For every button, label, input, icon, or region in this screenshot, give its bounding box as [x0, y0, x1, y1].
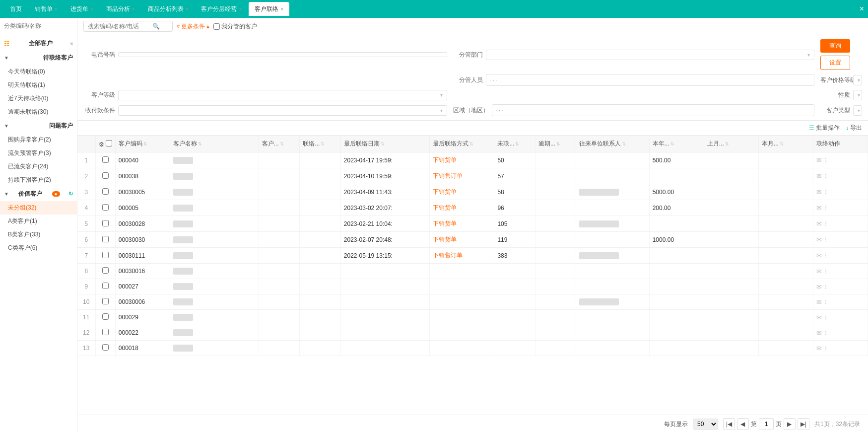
action-grid-icon-1[interactable]: ⁝: [825, 172, 827, 180]
sidebar-item-hoarding[interactable]: 囤购异常客户(2): [0, 133, 77, 146]
filter-region-input[interactable]: ···: [492, 104, 815, 116]
action-chat-icon-1[interactable]: ✉: [816, 172, 822, 180]
sidebar-search-input[interactable]: [4, 22, 77, 29]
tab-product-list-close[interactable]: ×: [186, 6, 189, 12]
th-lastmonth[interactable]: 上月... ⇅: [704, 136, 758, 152]
th-thismonth[interactable]: 本月... ⇅: [758, 136, 813, 152]
last-way-link-2[interactable]: 下销货单: [433, 188, 457, 195]
action-grid-icon-11[interactable]: ⁝: [825, 329, 827, 337]
select-all-checkbox[interactable]: [106, 140, 112, 146]
value-group-header[interactable]: ▼ 价值客户 ● ↻: [0, 187, 77, 201]
page-next-btn[interactable]: ▶: [784, 418, 796, 430]
action-chat-icon-7[interactable]: ✉: [816, 268, 822, 275]
action-grid-icon-0[interactable]: ⁝: [825, 156, 827, 164]
sidebar-item-churn-warning[interactable]: 流失预警客户(3): [0, 146, 77, 160]
sidebar-item-lost[interactable]: 已流失客户(24): [0, 160, 77, 173]
row-checkbox-1[interactable]: [102, 172, 109, 179]
settings-icon-th[interactable]: ⚙: [99, 141, 104, 148]
action-grid-icon-3[interactable]: ⁝: [825, 204, 827, 212]
filter-price-level-select[interactable]: ▾: [853, 75, 862, 85]
last-way-link-0[interactable]: 下销货单: [433, 156, 457, 163]
search-button[interactable]: 查询: [820, 39, 850, 53]
sidebar-item-overdue[interactable]: 逾期未联络(30): [0, 105, 77, 119]
tab-purchase[interactable]: 进货单 ×: [65, 2, 99, 16]
action-grid-icon-9[interactable]: ⁝: [825, 298, 827, 306]
sidebar-item-7days[interactable]: 近7天待联络(0): [0, 92, 77, 105]
tab-product-analysis-close[interactable]: ×: [132, 6, 135, 12]
action-chat-icon-0[interactable]: ✉: [816, 156, 822, 164]
page-prev-btn[interactable]: ◀: [737, 418, 749, 430]
filter-dept-select[interactable]: ▾: [486, 50, 815, 60]
pending-group-header[interactable]: ▼ 待联络客户: [0, 51, 77, 65]
action-chat-icon-4[interactable]: ✉: [816, 220, 822, 227]
last-way-link-4[interactable]: 下销货单: [433, 220, 457, 227]
tab-customer-segment-close[interactable]: ×: [239, 6, 242, 12]
row-checkbox-4[interactable]: [102, 220, 109, 226]
th-last-way[interactable]: 最后联络方式 ⇅: [429, 136, 494, 152]
th-code[interactable]: 客户编码 ⇅: [115, 136, 170, 152]
sidebar-item-tomorrow[interactable]: 明天待联络(1): [0, 78, 77, 92]
page-first-btn[interactable]: |◀: [723, 418, 735, 430]
action-grid-icon-2[interactable]: ⁝: [825, 188, 827, 196]
th-last-date[interactable]: 最后联络日期 ⇅: [340, 136, 429, 152]
th-name[interactable]: 客户名称 ⇅: [170, 136, 259, 152]
sidebar-item-ungroup[interactable]: 未分组(32): [0, 201, 77, 215]
row-checkbox-5[interactable]: [102, 236, 109, 242]
filter-person-input[interactable]: ···: [486, 74, 815, 86]
th-type[interactable]: 客户... ⇅: [259, 136, 300, 152]
sidebar-item-a-class[interactable]: A类客户(1): [0, 215, 77, 228]
window-close-button[interactable]: ×: [860, 4, 864, 13]
action-grid-icon-5[interactable]: ⁝: [825, 236, 827, 243]
last-way-link-5[interactable]: 下销货单: [433, 236, 457, 243]
tab-home[interactable]: 首页: [4, 2, 28, 16]
th-uncontact[interactable]: 未联... ⇅: [494, 136, 535, 152]
action-chat-icon-6[interactable]: ✉: [816, 252, 822, 259]
action-grid-icon-10[interactable]: ⁝: [825, 314, 827, 321]
row-checkbox-0[interactable]: [102, 156, 109, 163]
last-way-link-3[interactable]: 下销货单: [433, 204, 457, 211]
action-chat-icon-3[interactable]: ✉: [816, 204, 822, 212]
row-checkbox-7[interactable]: [102, 267, 109, 274]
action-chat-icon-8[interactable]: ✉: [816, 283, 822, 290]
row-checkbox-8[interactable]: [102, 283, 109, 289]
row-checkbox-12[interactable]: [102, 344, 109, 351]
row-checkbox-2[interactable]: [102, 188, 109, 195]
search-icon[interactable]: 🔍: [152, 23, 160, 30]
search-input[interactable]: [88, 23, 152, 30]
tab-customer-contact-close[interactable]: ×: [280, 6, 283, 12]
row-checkbox-10[interactable]: [102, 313, 109, 320]
export-btn[interactable]: ↓ 导出: [846, 124, 862, 132]
action-chat-icon-2[interactable]: ✉: [816, 188, 822, 196]
per-page-select[interactable]: 50 20 100: [693, 419, 718, 430]
tab-sales-close[interactable]: ×: [55, 6, 58, 12]
sidebar-all-customers[interactable]: ☷ 全部客户 «: [0, 36, 77, 51]
last-way-link-6[interactable]: 下销售订单: [433, 252, 463, 259]
action-grid-icon-4[interactable]: ⁝: [825, 220, 827, 227]
row-checkbox-3[interactable]: [102, 204, 109, 211]
refresh-icon[interactable]: ↻: [68, 191, 73, 197]
reset-button[interactable]: 设置: [820, 56, 850, 70]
action-chat-icon-5[interactable]: ✉: [816, 236, 822, 243]
page-last-btn[interactable]: ▶|: [798, 418, 809, 430]
action-chat-icon-9[interactable]: ✉: [816, 298, 822, 306]
row-checkbox-9[interactable]: [102, 298, 109, 304]
filter-customer-level-select[interactable]: ▾: [118, 90, 447, 100]
sidebar-item-declining[interactable]: 持续下滑客户(2): [0, 173, 77, 187]
filter-phone-input[interactable]: [118, 52, 447, 57]
sidebar-item-c-class[interactable]: C类客户(6): [0, 241, 77, 255]
action-grid-icon-12[interactable]: ⁝: [825, 345, 827, 352]
th-overdue[interactable]: 逾期... ⇅: [535, 136, 576, 152]
more-conditions-btn[interactable]: ▿ 更多条件 ▴: [177, 22, 209, 31]
action-grid-icon-8[interactable]: ⁝: [825, 283, 827, 290]
problem-group-header[interactable]: ▼ 问题客户: [0, 119, 77, 133]
row-checkbox-6[interactable]: [102, 252, 109, 258]
tab-customer-segment[interactable]: 客户分层经营 ×: [195, 2, 248, 16]
last-way-link-1[interactable]: 下销售订单: [433, 172, 463, 179]
sidebar-item-today[interactable]: 今天待联络(0): [0, 65, 77, 78]
my-customers-checkbox[interactable]: [213, 23, 220, 30]
action-chat-icon-11[interactable]: ✉: [816, 329, 822, 337]
page-input[interactable]: [759, 418, 774, 430]
filter-customer-type-select[interactable]: ▾: [853, 105, 862, 116]
action-chat-icon-10[interactable]: ✉: [816, 314, 822, 321]
tab-product-analysis[interactable]: 商品分析 ×: [100, 2, 141, 16]
